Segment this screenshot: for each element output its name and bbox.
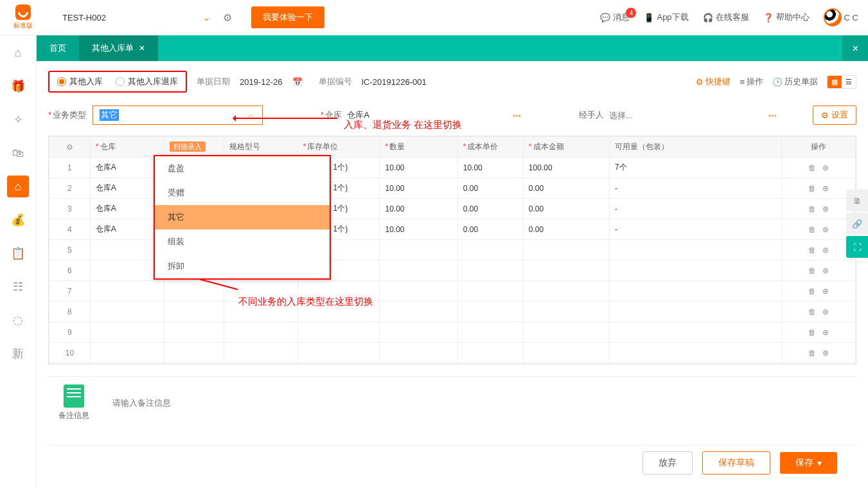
footer-actions: 放弃 保存草稿 保存 ▾	[48, 445, 856, 480]
dock-note-icon[interactable]: 🗎	[846, 190, 868, 212]
history-link[interactable]: 🕒历史单据	[772, 76, 818, 87]
online-service-button[interactable]: 🎧 在线客服	[703, 12, 749, 23]
calendar-icon[interactable]: 📅	[292, 77, 303, 87]
copy-icon[interactable]: ⊕	[822, 184, 829, 193]
sidebar-home[interactable]: ⌂	[7, 42, 29, 64]
more-icon[interactable]: ⋯	[768, 111, 777, 120]
radio-icon	[57, 77, 66, 86]
doc-no-value: IC-20191226-001	[362, 77, 427, 87]
gear-icon: ⚙	[696, 77, 704, 87]
warehouse-input[interactable]	[347, 105, 508, 125]
sidebar-bag[interactable]: 🛍	[7, 142, 29, 164]
doc-date-value[interactable]: 2019-12-26	[240, 77, 283, 87]
top-header: 标准版 TEST-H002 ⌄ ⚙ 我要体验一下 💬 消息 4 📱 App下载 …	[0, 0, 868, 35]
gear-icon: ⚙	[821, 111, 829, 120]
mobile-icon: 📱	[644, 13, 654, 23]
close-all-tabs[interactable]: ✕	[842, 35, 868, 61]
help-center-button[interactable]: ❓ 帮助中心	[763, 12, 810, 23]
copy-icon[interactable]: ⊕	[822, 328, 829, 337]
biz-type-label: *业务类型	[48, 109, 86, 121]
user-menu[interactable]: C C	[824, 8, 858, 26]
dock-expand-icon[interactable]: ⛶	[846, 236, 868, 258]
discard-button[interactable]: 放弃	[642, 451, 693, 474]
delete-icon[interactable]: 🗑	[808, 328, 816, 337]
radio-other-inbound-return[interactable]: 其他入库退库	[116, 76, 178, 87]
scan-input-button[interactable]: 扫描录入	[170, 141, 206, 152]
copy-icon[interactable]: ⊕	[822, 348, 829, 357]
more-icon[interactable]: ⋯	[513, 111, 521, 120]
delete-icon[interactable]: 🗑	[808, 348, 816, 357]
delete-icon[interactable]: 🗑	[808, 225, 816, 234]
ops-link[interactable]: ≡操作	[740, 76, 763, 87]
org-selector[interactable]: TEST-H002 ⌄	[56, 8, 217, 27]
save-button[interactable]: 保存 ▾	[780, 452, 837, 474]
delete-icon[interactable]: 🗑	[808, 163, 816, 172]
delete-icon[interactable]: 🗑	[808, 204, 816, 213]
trial-button[interactable]: 我要体验一下	[251, 6, 324, 28]
sidebar-new[interactable]: 新	[7, 343, 29, 365]
history-icon: 🕒	[772, 77, 783, 87]
message-icon: 💬	[600, 13, 610, 23]
table-row[interactable]: 9 🗑⊕	[49, 322, 856, 343]
copy-icon[interactable]: ⊕	[822, 204, 829, 213]
radio-icon	[116, 77, 125, 86]
avatar-icon	[824, 8, 842, 26]
settings-button[interactable]: ⚙ 设置	[813, 105, 856, 125]
close-icon[interactable]: ✕	[139, 44, 145, 53]
sidebar-more[interactable]: ◌	[7, 309, 29, 331]
gear-icon[interactable]: ⚙	[49, 137, 91, 158]
view-list[interactable]: ☰	[842, 76, 856, 88]
copy-icon[interactable]: ⊕	[822, 266, 829, 275]
table-row[interactable]: 10 🗑⊕	[49, 343, 856, 363]
logo[interactable]: 标准版	[10, 5, 37, 30]
copy-icon[interactable]: ⊕	[822, 246, 829, 255]
delete-icon[interactable]: 🗑	[808, 287, 816, 296]
biz-type-select[interactable]: 其它 ︿	[93, 105, 263, 125]
sidebar-warehouse[interactable]: ⌂	[7, 176, 29, 197]
copy-icon[interactable]: ⊕	[822, 225, 829, 234]
note-icon	[64, 384, 84, 408]
tab-other-inbound[interactable]: 其他入库单 ✕	[79, 35, 158, 61]
doc-date-label: 单据日期	[197, 76, 230, 87]
table-row[interactable]: 7 🗑⊕	[49, 281, 856, 302]
headset-icon: 🎧	[703, 13, 713, 23]
radio-other-inbound[interactable]: 其他入库	[57, 76, 103, 87]
tab-home[interactable]: 首页	[37, 35, 79, 61]
sidebar-gift[interactable]: 🎁	[7, 75, 29, 97]
inbound-type-radio-group: 其他入库 其他入库退库	[48, 71, 187, 93]
copy-icon[interactable]: ⊕	[822, 287, 829, 296]
sidebar-report[interactable]: 📋	[7, 242, 29, 264]
handler-input[interactable]	[609, 105, 763, 125]
table-row[interactable]: 11 🗑⊕	[49, 363, 856, 365]
messages-badge: 4	[626, 8, 636, 18]
doc-no-label: 单据编号	[319, 76, 352, 87]
dropdown-item[interactable]: 其它	[155, 205, 330, 230]
shortcut-link[interactable]: ⚙快捷键	[696, 76, 731, 87]
note-input[interactable]	[112, 398, 856, 408]
table-row[interactable]: 8 🗑⊕	[49, 302, 856, 322]
gear-icon[interactable]: ⚙	[223, 12, 232, 24]
dropdown-item[interactable]: 拆卸	[155, 254, 330, 278]
chevron-down-icon: ▾	[817, 458, 822, 468]
delete-icon[interactable]: 🗑	[808, 246, 816, 255]
messages-button[interactable]: 💬 消息 4	[600, 12, 630, 23]
copy-icon[interactable]: ⊕	[822, 307, 829, 316]
view-grid[interactable]: ▦	[828, 76, 842, 88]
delete-icon[interactable]: 🗑	[808, 184, 816, 193]
sidebar-house[interactable]: ✧	[7, 109, 29, 131]
delete-icon[interactable]: 🗑	[808, 266, 816, 275]
save-draft-button[interactable]: 保存草稿	[702, 451, 770, 474]
sidebar-list[interactable]: ☷	[7, 276, 29, 298]
delete-icon[interactable]: 🗑	[808, 307, 816, 316]
dock-link-icon[interactable]: 🔗	[846, 213, 868, 235]
view-toggle: ▦ ☰	[827, 75, 856, 89]
dropdown-item[interactable]: 组装	[155, 230, 330, 254]
dropdown-item[interactable]: 盘盈	[155, 156, 330, 181]
chevron-up-icon: ︿	[247, 109, 256, 121]
copy-icon[interactable]: ⊕	[822, 163, 829, 172]
biz-type-dropdown: 盘盈受赠其它组装拆卸	[154, 155, 331, 280]
sidebar-money[interactable]: 💰	[7, 209, 29, 231]
dropdown-item[interactable]: 受赠	[155, 181, 330, 205]
app-download-button[interactable]: 📱 App下载	[644, 12, 688, 23]
handler-field: 经手人 ⋯	[579, 105, 777, 125]
